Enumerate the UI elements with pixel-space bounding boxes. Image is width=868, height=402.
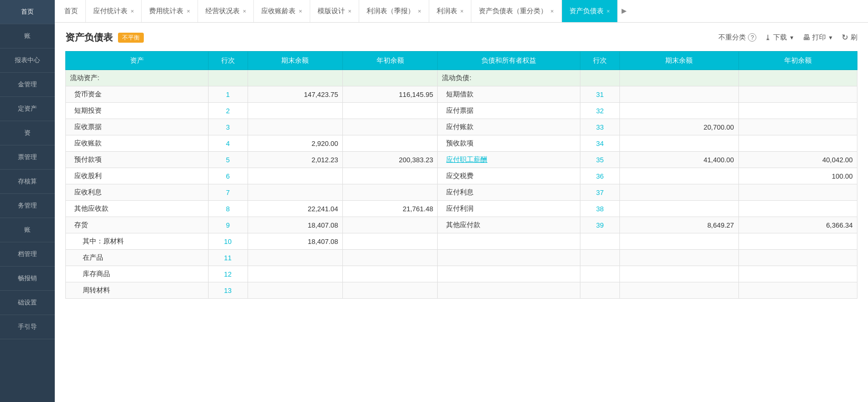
asset-label[interactable]: 应收利息 [66,184,209,201]
asset-start-balance[interactable] [343,168,438,184]
tab-ar-aging[interactable]: 应收账龄表× [254,0,310,22]
asset-end-balance[interactable]: 2,920.00 [248,135,342,152]
asset-end-balance[interactable] [248,103,342,119]
liability-start-balance[interactable] [738,233,857,250]
asset-label[interactable]: 应收账款 [66,135,209,152]
liability-start-balance[interactable] [738,282,857,299]
asset-label[interactable]: 存货 [66,217,209,233]
liability-end-balance[interactable] [620,135,738,152]
liability-end-balance[interactable] [620,266,738,282]
tab-scroll-right-icon[interactable]: ► [620,6,628,16]
liability-label[interactable] [438,250,580,266]
sidebar-item-file-mgmt[interactable]: 档管理 [0,242,55,267]
tab-balance-reclassified[interactable]: 资产负债表（重分类）× [471,0,561,22]
liability-label[interactable]: 应付职工薪酬 [438,152,580,168]
liability-label[interactable]: 应付票据 [438,103,580,119]
sidebar-item-account[interactable]: 账 [0,24,55,48]
sidebar-item-inventory-calc[interactable]: 存核算 [0,170,55,194]
asset-end-balance[interactable] [248,250,342,266]
asset-label[interactable]: 应收股利 [66,168,209,184]
sidebar-item-investment[interactable]: 资 [0,121,55,145]
sidebar-item-bank[interactable]: 账 [0,218,55,242]
liability-start-balance[interactable] [738,103,857,119]
liability-end-balance[interactable] [620,250,738,266]
tab-template-design[interactable]: 模版设计× [310,0,359,22]
download-button[interactable]: ⤓ 下载 ▼ [765,33,794,42]
tab-operation-stat[interactable]: 经营状况表× [198,0,254,22]
asset-label[interactable]: 周转材料 [66,282,209,299]
asset-label[interactable]: 预付款项 [66,152,209,168]
tab-close-operation-stat[interactable]: × [243,8,246,14]
liability-label[interactable]: 应付利息 [438,184,580,201]
asset-label[interactable]: 在产品 [66,250,209,266]
liability-end-balance[interactable] [620,201,738,217]
print-button[interactable]: 🖶 打印 ▼ [803,33,833,42]
asset-label[interactable]: 其他应收款 [66,201,209,217]
asset-label[interactable]: 库存商品 [66,266,209,282]
tab-close-expense-stat[interactable]: × [186,8,190,14]
asset-label[interactable]: 应收票据 [66,119,209,135]
asset-end-balance[interactable] [248,282,342,299]
liability-end-balance[interactable] [620,168,738,184]
sidebar-item-ticket-mgmt[interactable]: 票管理 [0,145,55,170]
asset-start-balance[interactable] [343,282,438,299]
sidebar-item-sales[interactable]: 畅报销 [0,267,55,291]
liability-start-balance[interactable]: 40,042.00 [738,152,857,168]
asset-end-balance[interactable]: 147,423.75 [248,86,342,103]
tab-close-balance-active[interactable]: × [607,8,610,14]
liability-end-balance[interactable]: 8,649.27 [620,217,738,233]
liability-start-balance[interactable] [738,135,857,152]
liability-start-balance[interactable]: 100.00 [738,168,857,184]
liability-start-balance[interactable]: 6,366.34 [738,217,857,233]
liability-start-balance[interactable] [738,266,857,282]
asset-label[interactable]: 货币资金 [66,86,209,103]
asset-label[interactable]: 短期投资 [66,103,209,119]
sidebar-item-tax-mgmt[interactable]: 务管理 [0,194,55,218]
help-icon[interactable]: ? [748,33,756,42]
liability-label[interactable]: 短期借款 [438,86,580,103]
sidebar-item-home[interactable]: 首页 [0,0,55,24]
liability-label[interactable]: 应付账款 [438,119,580,135]
liability-start-balance[interactable] [738,86,857,103]
tab-close-template-design[interactable]: × [348,8,351,14]
liability-end-balance[interactable] [620,103,738,119]
tab-profit-quarterly[interactable]: 利润表（季报）× [359,0,429,22]
tab-close-ap-stat[interactable]: × [131,8,134,14]
asset-start-balance[interactable] [343,250,438,266]
liability-start-balance[interactable] [738,250,857,266]
liability-label[interactable]: 其他应付款 [438,217,580,233]
liability-start-balance[interactable] [738,119,857,135]
tab-balance-active[interactable]: 资产负债表× [562,0,618,22]
asset-start-balance[interactable] [343,233,438,250]
liability-end-balance[interactable] [620,86,738,103]
liability-start-balance[interactable] [738,184,857,201]
asset-start-balance[interactable] [343,184,438,201]
tab-close-profit-quarterly[interactable]: × [418,8,421,14]
asset-start-balance[interactable] [343,266,438,282]
sidebar-item-fixed-assets[interactable]: 定资产 [0,97,55,121]
tab-close-balance-reclassified[interactable]: × [550,8,554,14]
classify-button[interactable]: 不重分类 ? [718,33,756,42]
asset-start-balance[interactable]: 200,383.23 [343,152,438,168]
asset-end-balance[interactable] [248,266,342,282]
liability-end-balance[interactable]: 41,400.00 [620,152,738,168]
sidebar-item-fund-mgmt[interactable]: 金管理 [0,73,55,97]
liability-label[interactable]: 应交税费 [438,168,580,184]
asset-end-balance[interactable]: 18,407.08 [248,217,342,233]
asset-start-balance[interactable] [343,217,438,233]
liability-label[interactable] [438,266,580,282]
refresh-button[interactable]: ↻ 刷 [842,33,857,42]
asset-start-balance[interactable] [343,103,438,119]
sidebar-item-guide[interactable]: 手引导 [0,315,55,339]
tab-ap-stat[interactable]: 应付统计表× [86,0,142,22]
asset-end-balance[interactable] [248,168,342,184]
sidebar-item-report-center[interactable]: 报表中心 [0,48,55,73]
liability-end-balance[interactable] [620,282,738,299]
asset-label[interactable]: 其中：原材料 [66,233,209,250]
liability-label[interactable] [438,233,580,250]
asset-end-balance[interactable] [248,184,342,201]
asset-start-balance[interactable] [343,119,438,135]
sidebar-item-basic-settings[interactable]: 础设置 [0,291,55,315]
asset-start-balance[interactable]: 116,145.95 [343,86,438,103]
asset-end-balance[interactable]: 18,407.08 [248,233,342,250]
